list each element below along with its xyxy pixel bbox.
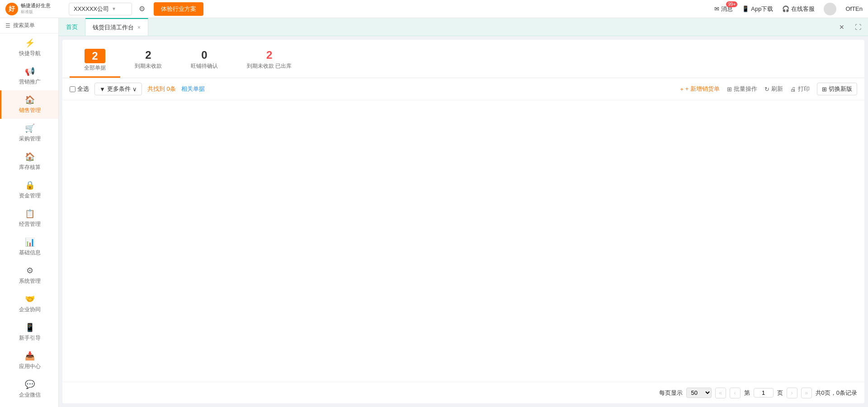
sidebar-item-label: 企业微信 [19,391,41,399]
marketing-icon: 📢 [25,66,35,76]
toolbar: 全选 ▼ 更多条件 ∨ 共找到 0条 相关单据 + + 新增销货单 [62,78,864,100]
next-page-button[interactable]: › [787,388,797,398]
refresh-button[interactable]: ↻ 刷新 [764,85,783,93]
avatar[interactable] [824,3,836,15]
filter-label: 更多条件 [107,85,131,93]
stats-tab-wangpu[interactable]: 0 旺铺待确认 [176,45,232,78]
sidebar-item-app-center[interactable]: 📥 应用中心 [0,346,58,375]
stats-tab-overdue-count: 2 [145,49,151,61]
tab-actions: ✕ ⛶ [835,21,868,33]
service-icon: 🎧 [782,5,789,12]
message-badge: 99+ [726,1,737,7]
guide-icon: 📱 [25,323,35,332]
tab-minimize-button[interactable]: ✕ [835,21,848,33]
user-name[interactable]: OfTEn [845,5,863,12]
stats-tab-wangpu-count: 0 [201,49,207,61]
app-download-btn[interactable]: 📱 App下载 [742,5,773,13]
prev-page-icon: ‹ [734,390,736,396]
print-button[interactable]: 🖨 打印 [790,85,810,93]
switch-version-button[interactable]: ⊞ 切换新版 [817,83,857,95]
search-menu-btn[interactable]: ☰ 搜索菜单 [0,18,58,33]
filter-icon: ▼ [99,86,105,93]
stats-tab-overdue-label: 到期未收款 [135,62,162,70]
next-page-icon: › [791,390,793,396]
switch-icon: ⊞ [822,86,827,93]
last-page-button[interactable]: » [801,388,812,398]
wechat-icon: 💬 [25,379,35,389]
gear-icon: ⚙ [139,5,145,13]
tab-bar: 首页 钱货日清工作台 × ✕ ⛶ [59,18,868,36]
logo: 好 畅捷通好生意 标准版 [5,3,64,15]
enterprise-icon: 🤝 [25,294,35,304]
print-icon: 🖨 [790,86,796,93]
stats-tab-all-label: 全部单据 [84,64,106,72]
sidebar-item-basic-info[interactable]: 📊 基础信息 [0,233,58,261]
minimize-icon: ✕ [839,23,844,31]
first-page-button[interactable]: « [715,388,726,398]
batch-label: 批量操作 [734,85,757,93]
company-selector[interactable]: XXXXXX公司 ▼ [69,3,132,15]
related-link[interactable]: 相关单据 [181,85,205,93]
prev-page-button[interactable]: ‹ [730,388,741,398]
tab-close-icon[interactable]: × [137,24,141,31]
inventory-icon: 🏠 [25,152,35,162]
search-menu-label: 搜索菜单 [13,22,35,29]
per-page-select[interactable]: 50 100 [686,388,712,398]
table-area [62,100,864,382]
stats-tab-overdue[interactable]: 2 到期未收款 [120,45,176,78]
sidebar-item-guide[interactable]: 📱 新手引导 [0,318,58,346]
select-all-checkbox[interactable]: 全选 [70,85,89,93]
logo-icon: 好 [5,3,18,15]
stats-tab-all[interactable]: 2 全部单据 [70,45,120,78]
sidebar-item-system[interactable]: ⚙ 系统管理 [0,261,58,290]
sidebar-item-label: 库存核算 [19,164,41,171]
logo-text: 畅捷通好生意 [21,3,51,9]
user-name-text: OfTEn [845,5,863,12]
sidebar-item-sales[interactable]: 🏠 销售管理 [0,90,58,119]
switch-label: 切换新版 [829,85,852,93]
sidebar-item-operations[interactable]: 📋 经营管理 [0,204,58,233]
system-icon: ⚙ [26,266,33,276]
stats-tab-overdue-shipped[interactable]: 2 到期未收款 已出库 [232,45,306,78]
stats-tab-all-count: 2 [85,49,105,63]
add-sales-order-button[interactable]: + + 新增销货单 [680,85,720,93]
filter-button[interactable]: ▼ 更多条件 ∨ [94,83,142,95]
select-all-input[interactable] [70,86,75,92]
sales-icon: 🏠 [25,95,35,105]
sidebar-item-quick-nav[interactable]: ⚡ 快捷导航 [0,33,58,62]
message-icon: ✉ [714,5,719,12]
main: 首页 钱货日清工作台 × ✕ ⛶ 2 全部单据 [59,18,868,407]
logo-sub: 标准版 [21,9,51,15]
sidebar-item-marketing[interactable]: 📢 营销推广 [0,62,58,90]
batch-operation-button[interactable]: ⊞ 批量操作 [727,85,757,93]
sidebar-item-label: 企业协同 [19,306,41,313]
page-input[interactable] [754,388,774,398]
first-page-icon: « [719,390,722,396]
stats-tab-overdue-shipped-count: 2 [266,49,272,61]
tab-maximize-button[interactable]: ⛶ [852,21,864,33]
sidebar-item-label: 新手引导 [19,334,41,342]
found-count-value: 0 [167,85,170,92]
purchase-icon: 🛒 [25,123,35,133]
sidebar-item-wechat[interactable]: 💬 企业微信 [0,375,58,403]
app-icon: 📱 [742,5,749,12]
tab-daily-work[interactable]: 钱货日清工作台 × [85,18,148,36]
sidebar-item-purchase[interactable]: 🛒 采购管理 [0,119,58,147]
chevron-down-icon: ▼ [112,6,116,11]
sidebar-item-finance[interactable]: 🔒 资金管理 [0,176,58,204]
logo-text-group: 畅捷通好生意 标准版 [21,3,51,14]
online-service-btn[interactable]: 🎧 在线客服 [782,5,815,13]
sidebar-item-inventory[interactable]: 🏠 库存核算 [0,147,58,176]
trial-button[interactable]: 体验行业方案 [154,2,203,16]
message-btn[interactable]: ✉ 消息 99+ [714,5,733,13]
sidebar-item-member[interactable]: ▽ 畅会员 [0,403,58,407]
filter-chevron-icon: ∨ [132,86,137,93]
toolbar-right: + + 新增销货单 ⊞ 批量操作 ↻ 刷新 🖨 打印 [680,83,857,95]
tab-home[interactable]: 首页 [59,18,85,36]
operations-icon: 📋 [25,209,35,219]
tab-home-label: 首页 [66,23,78,31]
total-records: 共0页，0条记录 [816,389,857,397]
pagination: 每页显示 50 100 « ‹ 第 页 › » [62,382,864,403]
sidebar-item-enterprise[interactable]: 🤝 企业协同 [0,290,58,318]
gear-button[interactable]: ⚙ [136,3,148,15]
